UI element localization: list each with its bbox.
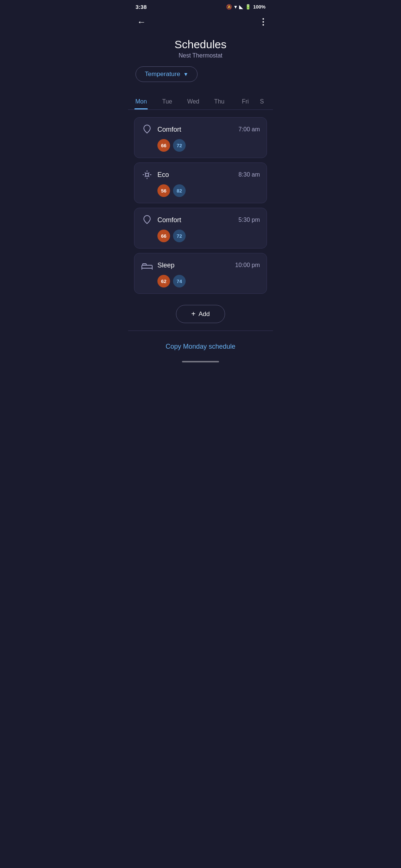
card-name-sleep: Sleep xyxy=(157,262,175,269)
badge-low-comfort-2: 66 xyxy=(157,230,170,242)
comfort-icon xyxy=(141,124,153,135)
card-name-comfort-2: Comfort xyxy=(157,216,181,224)
bottom-bar xyxy=(128,358,273,367)
card-top-sleep: Sleep 10:00 pm xyxy=(141,259,260,271)
copy-section: Copy Monday schedule xyxy=(128,337,273,358)
card-time-comfort-1: 7:00 am xyxy=(238,126,260,133)
tab-saturday-partial[interactable]: S xyxy=(258,93,273,109)
schedule-card-eco[interactable]: Eco 8:30 am 56 82 xyxy=(134,162,267,203)
card-name-eco: Eco xyxy=(157,171,169,179)
card-top: Comfort 7:00 am xyxy=(141,124,260,135)
device-name: Nest Thermostat xyxy=(136,52,265,59)
add-label: Add xyxy=(199,310,210,318)
schedule-card-comfort-morning[interactable]: Comfort 7:00 am 66 72 xyxy=(134,117,267,158)
status-time: 3:38 xyxy=(136,4,147,10)
schedule-list: Comfort 7:00 am 66 72 Eco 8:30 am xyxy=(128,110,273,301)
card-badges-comfort-1: 66 72 xyxy=(141,139,260,152)
tab-wednesday[interactable]: Wed xyxy=(180,93,206,109)
tab-monday[interactable]: Mon xyxy=(128,93,154,109)
status-icons: 🔕 ▾ ◣ 🔋 100% xyxy=(226,4,265,10)
menu-button[interactable] xyxy=(260,17,267,27)
copy-schedule-button[interactable]: Copy Monday schedule xyxy=(166,343,235,351)
svg-rect-2 xyxy=(143,264,146,265)
temperature-dropdown[interactable]: Temperature ▼ xyxy=(136,66,198,82)
card-name-comfort-1: Comfort xyxy=(157,126,181,134)
mute-icon: 🔕 xyxy=(226,4,232,10)
signal-icon: ◣ xyxy=(239,4,243,10)
back-button[interactable]: ← xyxy=(134,15,149,29)
badge-low-comfort-1: 66 xyxy=(157,139,170,152)
day-tabs: Mon Tue Wed Thu Fri S xyxy=(128,93,273,110)
card-time-comfort-2: 5:30 pm xyxy=(238,217,260,223)
card-badges-sleep: 62 74 xyxy=(141,275,260,287)
menu-dot-3 xyxy=(263,24,264,26)
badge-low-eco: 56 xyxy=(157,184,170,197)
svg-point-0 xyxy=(146,173,149,177)
badge-high-comfort-1: 72 xyxy=(173,139,186,152)
battery-percent: 100% xyxy=(253,4,265,10)
chevron-down-icon: ▼ xyxy=(183,71,188,77)
menu-dot-2 xyxy=(263,21,264,23)
wifi-icon: ▾ xyxy=(234,4,237,10)
back-arrow-icon: ← xyxy=(137,17,146,27)
section-divider xyxy=(128,331,273,331)
page-header: Schedules Nest Thermostat Temperature ▼ xyxy=(128,34,273,89)
card-time-eco: 8:30 am xyxy=(238,171,260,178)
card-left-eco: Eco xyxy=(141,169,169,181)
menu-dot-1 xyxy=(263,18,264,20)
tab-friday[interactable]: Fri xyxy=(232,93,258,109)
card-top-eco: Eco 8:30 am xyxy=(141,169,260,181)
home-indicator xyxy=(182,361,219,362)
page-title: Schedules xyxy=(136,38,265,51)
badge-high-sleep: 74 xyxy=(173,275,186,287)
schedule-card-sleep[interactable]: Sleep 10:00 pm 62 74 xyxy=(134,253,267,294)
tab-tuesday[interactable]: Tue xyxy=(154,93,180,109)
svg-rect-1 xyxy=(142,265,152,268)
badge-high-eco: 82 xyxy=(173,184,186,197)
sleep-icon xyxy=(141,259,153,271)
copy-label: Copy Monday schedule xyxy=(166,343,235,350)
tab-thursday[interactable]: Thu xyxy=(206,93,232,109)
top-nav: ← xyxy=(128,12,273,34)
status-bar: 3:38 🔕 ▾ ◣ 🔋 100% xyxy=(128,0,273,12)
add-section: + Add xyxy=(128,301,273,331)
badge-low-sleep: 62 xyxy=(157,275,170,287)
battery-icon: 🔋 xyxy=(245,4,251,10)
card-time-sleep: 10:00 pm xyxy=(235,262,260,269)
schedule-card-comfort-evening[interactable]: Comfort 5:30 pm 66 72 xyxy=(134,208,267,249)
eco-icon xyxy=(141,169,153,181)
card-badges-comfort-2: 66 72 xyxy=(141,230,260,242)
card-left: Comfort xyxy=(141,124,181,135)
comfort-icon-2 xyxy=(141,214,153,226)
badge-high-comfort-2: 72 xyxy=(173,230,186,242)
card-left-sleep: Sleep xyxy=(141,259,175,271)
plus-icon: + xyxy=(191,310,196,318)
card-top-comfort-2: Comfort 5:30 pm xyxy=(141,214,260,226)
dropdown-label: Temperature xyxy=(145,70,180,78)
card-left-comfort-2: Comfort xyxy=(141,214,181,226)
add-button[interactable]: + Add xyxy=(176,305,225,323)
card-badges-eco: 56 82 xyxy=(141,184,260,197)
